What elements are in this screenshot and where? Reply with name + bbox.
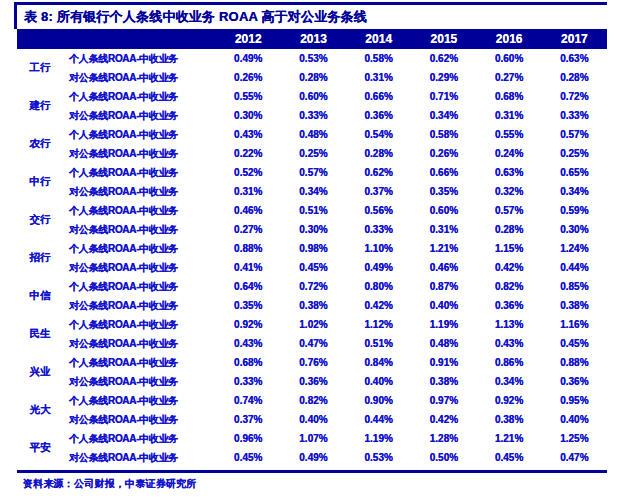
value-cell: 0.57% [477,201,542,220]
row-label-cell: 个人条线ROAA-中收业务 [63,49,216,68]
row-label-cell: 对公条线ROAA-中收业务 [63,334,216,353]
value-cell: 0.43% [216,334,281,353]
value-cell: 0.90% [346,391,411,410]
table-row: 招行个人条线ROAA-中收业务0.88%0.98%1.10%1.21%1.15%… [17,239,607,258]
bank-name-cell: 平安 [17,429,63,467]
value-cell: 0.45% [477,448,542,467]
table-row: 对公条线ROAA-中收业务0.33%0.36%0.40%0.38%0.34%0.… [17,372,607,391]
value-cell: 1.10% [346,239,411,258]
value-cell: 0.52% [216,163,281,182]
value-cell: 0.60% [411,201,476,220]
value-cell: 0.28% [477,220,542,239]
value-cell: 0.66% [411,163,476,182]
value-cell: 0.45% [281,258,346,277]
value-cell: 0.63% [477,163,542,182]
row-label-cell: 个人条线ROAA-中收业务 [63,239,216,258]
value-cell: 0.30% [216,106,281,125]
value-cell: 0.36% [477,296,542,315]
value-cell: 0.29% [411,68,476,87]
year-column-header: 2017 [542,29,607,49]
value-cell: 0.54% [346,125,411,144]
value-cell: 0.31% [216,182,281,201]
row-label-cell: 个人条线ROAA-中收业务 [63,353,216,372]
value-cell: 0.85% [542,277,607,296]
value-cell: 1.25% [542,429,607,448]
value-cell: 0.35% [216,296,281,315]
value-cell: 0.38% [281,296,346,315]
value-cell: 1.19% [411,315,476,334]
value-cell: 0.97% [411,391,476,410]
bank-name-cell: 中行 [17,163,63,201]
row-label-cell: 个人条线ROAA-中收业务 [63,429,216,448]
value-cell: 0.92% [477,391,542,410]
value-cell: 0.42% [477,258,542,277]
value-cell: 0.53% [281,49,346,68]
value-cell: 0.47% [542,448,607,467]
value-cell: 0.40% [542,410,607,429]
table-row: 对公条线ROAA-中收业务0.35%0.38%0.42%0.40%0.36%0.… [17,296,607,315]
value-cell: 1.19% [346,429,411,448]
row-label-cell: 个人条线ROAA-中收业务 [63,125,216,144]
value-cell: 0.35% [411,182,476,201]
bank-name-cell: 农行 [17,125,63,163]
value-cell: 0.37% [346,182,411,201]
year-column-header: 2015 [411,29,476,49]
value-cell: 0.55% [216,87,281,106]
bank-name-cell: 招行 [17,239,63,277]
value-cell: 0.98% [281,239,346,258]
value-cell: 0.62% [411,49,476,68]
table-row: 平安个人条线ROAA-中收业务0.96%1.07%1.19%1.28%1.21%… [17,429,607,448]
value-cell: 0.48% [411,334,476,353]
bank-name-cell: 建行 [17,87,63,125]
value-cell: 0.31% [411,220,476,239]
value-cell: 0.88% [216,239,281,258]
value-cell: 0.50% [411,448,476,467]
bank-name-cell: 民生 [17,315,63,353]
bank-name-cell: 工行 [17,49,63,87]
header-spacer-cell [63,29,216,49]
row-label-cell: 个人条线ROAA-中收业务 [63,315,216,334]
value-cell: 0.53% [346,448,411,467]
row-label-cell: 对公条线ROAA-中收业务 [63,68,216,87]
value-cell: 0.31% [477,106,542,125]
table-row: 民生个人条线ROAA-中收业务0.92%1.02%1.12%1.19%1.13%… [17,315,607,334]
value-cell: 0.88% [542,353,607,372]
source-note: 资料来源：公司财报，中泰证券研究所 [23,477,196,491]
value-cell: 0.60% [281,87,346,106]
value-cell: 0.33% [542,106,607,125]
table-row: 对公条线ROAA-中收业务0.22%0.25%0.28%0.26%0.24%0.… [17,144,607,163]
row-label-cell: 个人条线ROAA-中收业务 [63,87,216,106]
value-cell: 0.30% [542,220,607,239]
row-label-cell: 对公条线ROAA-中收业务 [63,448,216,467]
row-label-cell: 对公条线ROAA-中收业务 [63,410,216,429]
table-row: 工行个人条线ROAA-中收业务0.49%0.53%0.58%0.62%0.60%… [17,49,607,68]
row-label-cell: 个人条线ROAA-中收业务 [63,391,216,410]
value-cell: 0.38% [542,296,607,315]
value-cell: 1.07% [281,429,346,448]
table-row: 对公条线ROAA-中收业务0.31%0.34%0.37%0.35%0.32%0.… [17,182,607,201]
value-cell: 1.13% [477,315,542,334]
value-cell: 0.31% [346,68,411,87]
year-column-header: 2016 [477,29,542,49]
table-header-row: 201220132014201520162017 [17,29,607,49]
value-cell: 0.95% [542,391,607,410]
value-cell: 0.82% [281,391,346,410]
value-cell: 0.38% [477,410,542,429]
value-cell: 0.66% [346,87,411,106]
value-cell: 0.24% [477,144,542,163]
row-label-cell: 个人条线ROAA-中收业务 [63,277,216,296]
value-cell: 0.55% [477,125,542,144]
value-cell: 0.72% [281,277,346,296]
row-label-cell: 个人条线ROAA-中收业务 [63,163,216,182]
value-cell: 0.58% [346,49,411,68]
value-cell: 0.27% [477,68,542,87]
value-cell: 0.34% [411,106,476,125]
row-label-cell: 对公条线ROAA-中收业务 [63,258,216,277]
bank-name-cell: 兴业 [17,353,63,391]
value-cell: 1.21% [477,429,542,448]
value-cell: 0.43% [216,125,281,144]
value-cell: 0.34% [281,182,346,201]
header-spacer-cell [17,29,63,49]
bank-name-cell: 交行 [17,201,63,239]
value-cell: 0.91% [411,353,476,372]
